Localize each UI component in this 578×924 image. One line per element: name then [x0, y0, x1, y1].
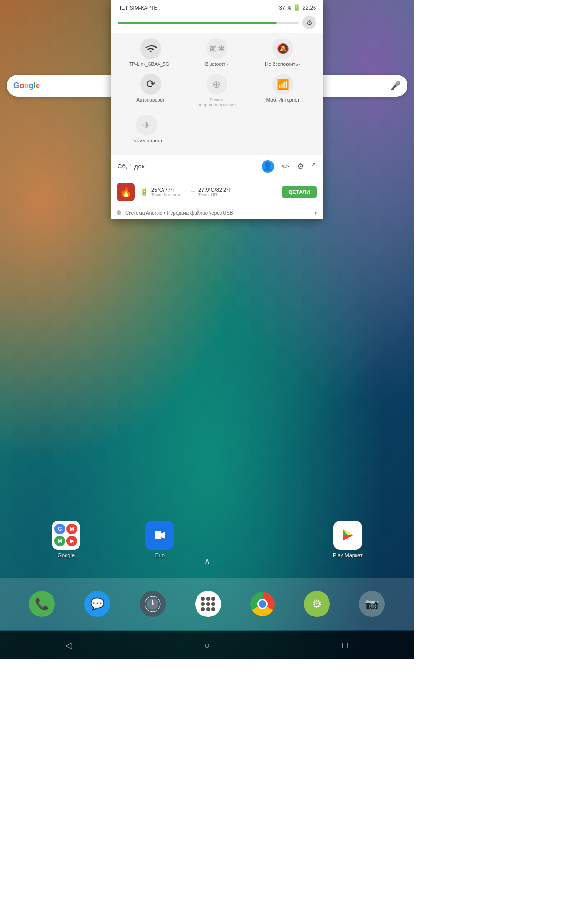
google-label: Google — [58, 552, 75, 558]
bluetooth-label: Bluetooth ▾ — [205, 62, 228, 67]
wifi-label-text: TP-Link_6BA4_5G — [129, 62, 169, 67]
youtube-icon: ▶ — [66, 536, 77, 546]
dnd-icon: 🔕 — [272, 38, 293, 59]
collapse-icon[interactable]: ^ — [312, 161, 316, 171]
clock-icon — [140, 591, 166, 617]
svg-point-10 — [152, 603, 154, 605]
apps-grid — [201, 597, 215, 611]
play-label: Play Маркет — [333, 552, 363, 558]
dock-item-settings[interactable]: ⚙ — [304, 591, 330, 617]
qs-tile-wifi[interactable]: TP-Link_6BA4_5G ▾ — [122, 38, 180, 67]
app-item-google[interactable]: G M M ▶ Google — [52, 521, 80, 558]
dock-item-phone[interactable]: 📞 — [29, 591, 55, 617]
app-item-play[interactable]: Play Маркет — [333, 521, 363, 558]
app-item-duo[interactable]: Duo — [145, 521, 174, 558]
camera-icon: 📷 — [359, 591, 385, 617]
mobile-data-label: Моб. Интернет — [266, 97, 300, 103]
svg-rect-0 — [155, 531, 161, 539]
google-logo: Google — [13, 81, 40, 90]
qs-tile-mobile-data[interactable]: 📶 Моб. Интернет — [254, 74, 312, 108]
play-icon — [333, 521, 362, 550]
qs-tile-dnd[interactable]: 🔕 Не беспокоить ▾ — [254, 38, 312, 67]
aida64-icon: 🔥 — [117, 183, 135, 201]
autorotate-label: Автоповорот — [136, 97, 165, 103]
recent-button[interactable]: □ — [335, 635, 356, 656]
user-avatar[interactable]: 👤 — [262, 160, 274, 173]
apps-icon — [195, 591, 221, 617]
bluetooth-icon: ✱ — [206, 38, 227, 59]
dock-item-apps[interactable] — [195, 591, 221, 617]
cpu-temp-value: 27,9°C/82,2°F — [198, 187, 232, 192]
notif-temps: 🔋 25°C/77°F Темп. батареи 🖥 27,9°C/82,2°… — [140, 187, 277, 197]
messages-icon: 💬 — [84, 591, 110, 617]
google-folder-icon: G M M ▶ — [52, 521, 80, 550]
user-avatar-icon: 👤 — [263, 162, 273, 171]
notif-details: 🔋 25°C/77°F Темп. батареи 🖥 27,9°C/82,2°… — [140, 187, 277, 197]
battery-saver-icon: ⊕ — [206, 74, 227, 95]
dock-item-clock[interactable] — [140, 591, 166, 617]
svg-marker-1 — [161, 532, 165, 539]
google-g-icon: G — [54, 524, 65, 534]
cpu-temp: 🖥 27,9°C/82,2°F Темп. ЦП — [189, 187, 232, 197]
spacer — [239, 521, 268, 558]
brightness-slider[interactable] — [118, 22, 299, 24]
autorotate-icon: ⟳ — [140, 74, 161, 95]
sim-status: НЕТ SIM-КАРТЫ. — [118, 5, 160, 11]
mobile-data-icon: 📶 — [272, 74, 293, 95]
app-grid: G M M ▶ Google Duo Play Маркет — [0, 521, 414, 558]
cpu-temp-icon: 🖥 — [189, 188, 196, 196]
battery-temp: 🔋 25°C/77°F Темп. батареи — [140, 187, 180, 197]
qs-row-2: ⟳ Автоповорот ⊕ Режимэнергосбережения 📶 — [118, 74, 316, 108]
edit-icon[interactable]: ✏ — [282, 161, 289, 172]
settings-icon: ⚙ — [304, 591, 330, 617]
maps-icon: M — [54, 536, 65, 546]
back-button[interactable]: ◁ — [58, 635, 79, 656]
details-button[interactable]: ДЕТАЛИ — [282, 186, 317, 198]
battery-temp-icon: 🔋 — [140, 188, 149, 196]
battery-saver-label: Режимэнергосбережения — [198, 97, 236, 108]
battery-percentage: 37 % — [279, 5, 291, 11]
drawer-handle[interactable]: ∧ — [197, 556, 217, 565]
bluetooth-label-text: Bluetooth — [205, 62, 225, 67]
wifi-label: TP-Link_6BA4_5G ▾ — [129, 62, 172, 67]
date-text: Сб, 1 дек. — [118, 163, 146, 170]
brightness-row: ⚙ — [111, 13, 323, 33]
qs-tile-airplane[interactable]: ✈ Режим полета — [118, 115, 175, 143]
wifi-icon — [140, 38, 161, 59]
usb-text: Система Android • Передача файлов через … — [125, 210, 311, 216]
nav-bar: ◁ ○ □ — [0, 631, 414, 659]
qs-tile-autorotate[interactable]: ⟳ Автоповорот — [122, 74, 180, 108]
dnd-label-text: Не беспокоить — [265, 62, 298, 67]
dock-item-camera[interactable]: 📷 — [359, 591, 385, 617]
chrome-inner — [257, 599, 268, 609]
battery-temp-value: 25°C/77°F — [151, 187, 180, 192]
brightness-settings-btn[interactable]: ⚙ — [302, 16, 316, 29]
airplane-icon: ✈ — [136, 115, 157, 136]
settings-icon[interactable]: ⚙ — [297, 161, 304, 172]
dock-item-chrome[interactable] — [250, 592, 275, 616]
mic-icon[interactable]: 🎤 — [390, 80, 401, 91]
mobile-data-label-text: Моб. Интернет — [266, 97, 300, 103]
drawer-chevron-icon: ∧ — [204, 556, 210, 565]
temperature-notification: 🔥 🔋 25°C/77°F Темп. батареи 🖥 27,9°C — [111, 178, 323, 206]
quick-settings: TP-Link_6BA4_5G ▾ ✱ Bluetooth ▾ — [111, 33, 323, 155]
airplane-label-text: Режим полета — [131, 138, 162, 143]
phone-icon: 📞 — [29, 591, 55, 617]
dock: 📞 💬 — [0, 578, 414, 630]
usb-dot — [117, 210, 121, 215]
brightness-fill — [118, 22, 277, 24]
gmail-icon: M — [66, 524, 77, 534]
usb-dropdown-arrow[interactable]: ▾ — [315, 210, 317, 216]
qs-row-3: ✈ Режим полета — [118, 115, 316, 143]
dnd-label: Не беспокоить ▾ — [265, 62, 301, 67]
airplane-label: Режим полета — [131, 138, 162, 143]
notification-panel: НЕТ SIM-КАРТЫ. 37 % 🔋 22:26 ⚙ — [111, 0, 323, 219]
home-button[interactable]: ○ — [197, 635, 218, 656]
battery-icon: 🔋 — [293, 4, 301, 11]
duo-icon — [145, 521, 174, 550]
qs-tile-bluetooth[interactable]: ✱ Bluetooth ▾ — [188, 38, 246, 67]
dock-item-messages[interactable]: 💬 — [84, 591, 110, 617]
usb-notification[interactable]: Система Android • Передача файлов через … — [111, 206, 323, 219]
qs-tile-battery-saver[interactable]: ⊕ Режимэнергосбережения — [188, 74, 246, 108]
date-actions: 👤 ✏ ⚙ ^ — [262, 160, 316, 173]
